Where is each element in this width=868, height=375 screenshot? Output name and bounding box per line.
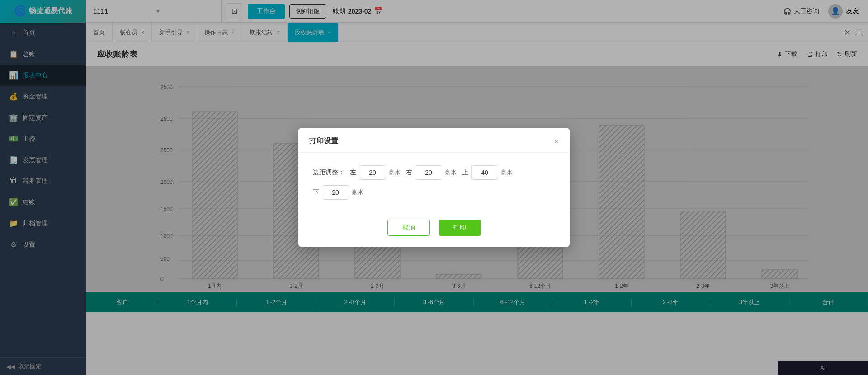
modal-title: 打印设置 [309,136,338,146]
modal-close-button[interactable]: × [554,137,559,145]
bottom-unit: 毫米 [352,188,363,197]
print-settings-modal: 打印设置 × 边距调整： 左 毫米 右 毫米 上 毫米 [298,128,570,247]
modal-footer: 取消 打印 [298,212,570,247]
left-label: 左 [350,169,356,177]
right-label: 右 [406,169,412,177]
margin-adjust-label: 边距调整： [313,169,344,177]
right-margin-group: 右 毫米 [406,165,457,180]
left-unit: 毫米 [389,169,401,177]
top-margin-group: 上 毫米 [462,165,513,180]
left-margin-group: 左 毫米 [350,165,401,180]
left-margin-input[interactable] [359,165,386,180]
top-margin-input[interactable] [471,165,498,180]
bottom-margin-input[interactable] [322,185,349,200]
bottom-label: 下 [313,188,319,197]
top-label: 上 [462,169,468,177]
modal-overlay: 打印设置 × 边距调整： 左 毫米 右 毫米 上 毫米 [0,0,868,375]
modal-header: 打印设置 × [298,128,570,153]
top-unit: 毫米 [501,169,513,177]
right-unit: 毫米 [445,169,457,177]
print-confirm-button[interactable]: 打印 [439,220,481,236]
bottom-margin-group: 下 毫米 [313,185,363,200]
modal-body: 边距调整： 左 毫米 右 毫米 上 毫米 下 [298,153,570,212]
margin-settings: 边距调整： 左 毫米 右 毫米 上 毫米 下 [313,165,555,200]
right-margin-input[interactable] [415,165,442,180]
cancel-button[interactable]: 取消 [387,220,430,236]
